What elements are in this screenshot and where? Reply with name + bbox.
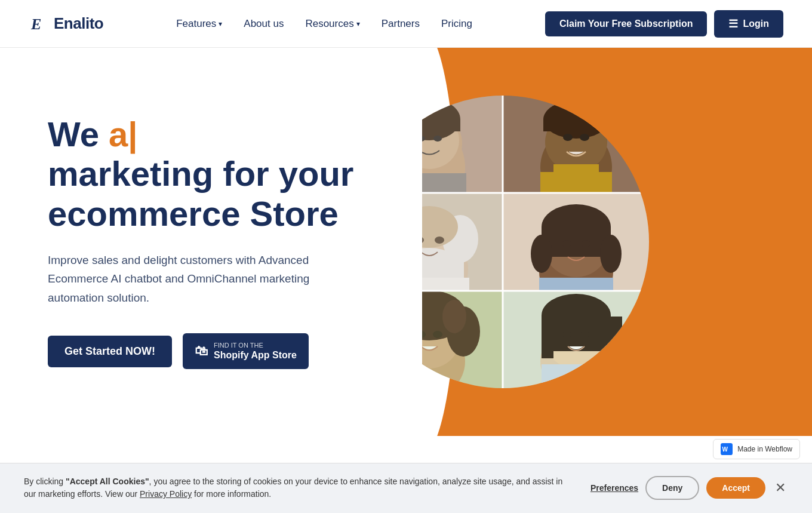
svg-rect-45 [539,278,613,291]
login-button[interactable]: ☰ Login [714,10,783,38]
logo-text: Enalito [54,14,103,33]
hero-section: We a| marketing for your ecommerce Store… [0,48,812,436]
nav-actions: Claim Your Free Subscription ☰ Login [545,10,783,38]
cookie-actions: Preferences Deny Accept ✕ [590,476,788,500]
svg-rect-22 [503,96,649,193]
hero-heading: We a| marketing for your ecommerce Store [48,115,386,234]
hero-subtext: Improve sales and delight customers with… [48,251,334,307]
get-started-button[interactable]: Get Started NOW! [48,336,172,367]
logo[interactable]: E Enalito [29,13,103,35]
preferences-button[interactable]: Preferences [590,483,638,493]
hero-buttons: Get Started NOW! 🛍 FIND IT ON THE Shopif… [48,333,386,369]
cookie-banner: By clicking "Accept All Cookies", you ag… [0,463,812,513]
hero-highlight: a| [109,115,137,153]
chevron-down-icon: ▾ [219,20,222,28]
nav-pricing[interactable]: Pricing [441,18,472,30]
nav-links: Features ▾ About us Resources ▾ Partners… [176,18,472,30]
svg-text:E: E [30,16,41,33]
webflow-badge[interactable]: W Made in Webflow [713,439,800,459]
accept-button[interactable]: Accept [706,477,765,499]
menu-icon: ☰ [728,17,738,30]
nav-partners[interactable]: Partners [382,18,420,30]
svg-rect-34 [422,193,503,291]
shopify-appstore-button[interactable]: 🛍 FIND IT ON THE Shopify App Store [183,333,309,369]
webflow-label: Made in Webflow [737,445,792,453]
cookie-text: By clicking "Accept All Cookies", you ag… [24,475,567,501]
navbar: E Enalito Features ▾ About us Resources … [0,0,812,48]
privacy-policy-link[interactable]: Privacy Policy [140,489,192,499]
nav-resources[interactable]: Resources ▾ [305,18,359,30]
hero-right [422,48,812,436]
svg-text:W: W [722,446,728,453]
shopify-bag-icon: 🛍 [195,343,208,359]
svg-rect-44 [503,193,649,291]
shopify-find-label: FIND IT ON THE [214,342,297,349]
claim-subscription-button[interactable]: Claim Your Free Subscription [545,11,707,36]
hero-faces-image [422,96,649,388]
svg-rect-67 [503,291,649,388]
deny-button[interactable]: Deny [645,476,699,500]
webflow-logo-icon: W [721,443,733,455]
nav-about[interactable]: About us [244,18,284,30]
nav-features[interactable]: Features ▾ [176,18,222,30]
shopify-store-label: Shopify App Store [214,349,297,361]
chevron-down-icon: ▾ [356,20,360,28]
close-cookie-button[interactable]: ✕ [773,478,788,498]
svg-rect-12 [422,96,503,193]
svg-rect-56 [422,291,503,388]
hero-left: We a| marketing for your ecommerce Store… [0,48,422,436]
